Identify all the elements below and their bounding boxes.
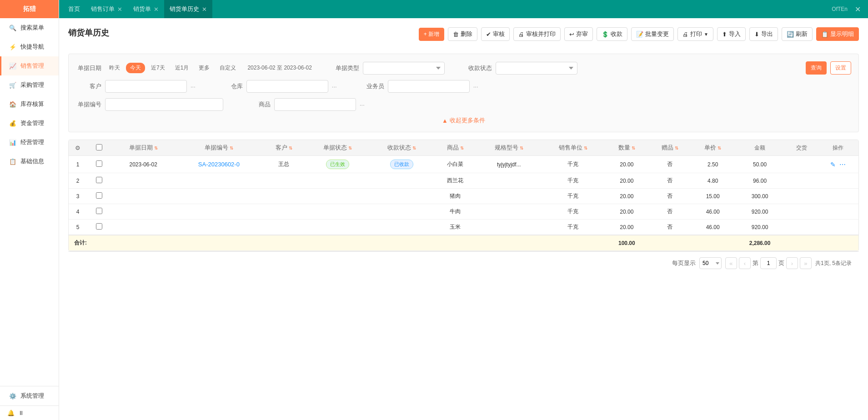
date-btn-1month[interactable]: 近1月 [171,63,193,73]
sidebar-label-finance: 资金管理 [20,119,44,127]
th-date[interactable]: 单据日期 ⇅ [111,140,176,156]
sidebar-item-operations[interactable]: 📊 经营管理 [0,133,59,152]
cell-check[interactable] [87,204,111,220]
customer-ellipsis[interactable]: ··· [191,83,196,90]
docnum-input[interactable] [105,98,223,111]
close-sales-order-icon[interactable]: ✕ [117,6,122,13]
sidebar-bottom-icon2[interactable]: ⏸ [18,410,24,416]
collect-status-select[interactable] [496,62,577,75]
cell-op[interactable] [818,220,858,235]
delete-button[interactable]: 🗑 删除 [448,27,477,41]
date-btn-custom[interactable]: 自定义 [216,63,240,73]
sidebar-item-purchase-mgmt[interactable]: 🛒 采购管理 [0,75,59,95]
th-doc-status[interactable]: 单据状态 ⇅ [306,140,370,156]
date-btn-today[interactable]: 今天 [126,63,145,73]
goods-ellipsis[interactable]: ··· [360,101,365,108]
top-nav-close-btn[interactable]: ✕ [851,5,864,14]
date-btn-more[interactable]: 更多 [195,63,214,73]
audit-button[interactable]: ✔ 审核 [481,27,510,41]
prev-page-btn[interactable]: ‹ [739,257,751,269]
th-docno[interactable]: 单据编号 ⇅ [176,140,262,156]
th-gift[interactable]: 赠品 ⇅ [648,140,692,156]
sidebar-item-sys-mgmt[interactable]: ⚙️ 系统管理 [0,386,59,405]
import-button[interactable]: ⬆ 导入 [717,27,746,41]
batch-change-button[interactable]: 📝 批量变更 [631,27,674,41]
close-sales-history-icon[interactable]: ✕ [202,6,207,13]
last-page-btn[interactable]: » [800,257,812,269]
filter-date-item: 单据日期 昨天 今天 近7天 近1月 更多 自定义 [76,63,240,73]
cell-op[interactable] [818,204,858,220]
cell-docno[interactable] [176,204,262,220]
th-customer[interactable]: 客户 ⇅ [262,140,306,156]
cell-op[interactable] [818,189,858,204]
cell-num: 5 [69,220,87,235]
agent-ellipsis[interactable]: ··· [473,83,478,90]
cell-docno[interactable] [176,220,262,235]
export-button[interactable]: ⬇ 导出 [749,27,778,41]
warehouse-input[interactable] [246,80,328,93]
sidebar-bottom-icon1[interactable]: 🔔 [7,410,15,416]
query-button[interactable]: 查询 [806,61,827,75]
next-page-btn[interactable]: › [786,257,798,269]
select-all-checkbox[interactable] [96,144,102,150]
new-button[interactable]: + 新增 [419,28,444,41]
cell-gift: 否 [648,173,692,189]
th-price[interactable]: 单价 ⇅ [691,140,734,156]
page-num-input[interactable] [760,257,777,269]
sidebar-item-quick-nav[interactable]: ⚡ 快捷导航 [0,37,59,56]
sidebar-item-search-menu[interactable]: 🔍 搜索菜单 [0,18,59,37]
first-page-btn[interactable]: « [725,257,737,269]
toolbar: + 新增 🗑 删除 ✔ 审核 🖨 审核并打印 ↩ 弃审 [419,27,859,41]
th-spec[interactable]: 规格型号 ⇅ [477,140,541,156]
cell-docno[interactable] [176,189,262,204]
th-collect-status[interactable]: 收款状态 ⇅ [370,140,434,156]
cell-check[interactable] [87,189,111,204]
sidebar-item-sales-mgmt[interactable]: 📈 销售管理 [0,56,59,75]
cell-gift: 否 [648,220,692,235]
show-detail-button[interactable]: 📋 显示明细 [816,27,859,41]
warehouse-ellipsis[interactable]: ··· [332,83,337,90]
nav-home[interactable]: 首页 [63,0,85,18]
settings-button[interactable]: 设置 [830,61,851,75]
doc-link[interactable]: SA-20230602-0 [198,161,240,168]
cell-docno[interactable] [176,173,262,189]
cell-op[interactable]: ✎⋯ [818,156,858,173]
audit-print-button[interactable]: 🖨 审核并打印 [513,27,561,41]
print-button[interactable]: 🖨 打印 ▼ [677,27,713,41]
th-goods[interactable]: 商品 ⇅ [434,140,477,156]
doctype-select[interactable] [363,62,445,75]
cell-docno[interactable]: SA-20230602-0 [176,156,262,173]
cell-gift: 否 [648,189,692,204]
nav-sales-goods[interactable]: 销货单 ✕ [128,0,164,18]
date-btn-yesterday[interactable]: 昨天 [105,63,124,73]
nav-sales-history[interactable]: 销货单历史 ✕ [164,0,212,18]
table-row: 3猪肉千克20.00否15.00300.00 [69,189,858,204]
th-qty[interactable]: 数量 ⇅ [605,140,648,156]
date-btn-7days[interactable]: 近7天 [147,63,169,73]
sidebar-item-basic-info[interactable]: 📋 基础信息 [0,152,59,171]
close-sales-goods-icon[interactable]: ✕ [154,6,159,13]
abandon-button[interactable]: ↩ 弃审 [564,27,593,41]
th-settings[interactable]: ⚙ [69,140,87,156]
table-body: 12023-06-02SA-20230602-0王总已生效已收款小白菜tyjyj… [69,156,858,235]
cell-check[interactable] [87,156,111,173]
nav-sales-order[interactable]: 销售订单 ✕ [85,0,128,18]
collapse-button[interactable]: ▲ 收起更多条件 [76,116,851,125]
per-page-select[interactable]: 50 100 200 [699,257,722,269]
collect-button[interactable]: 💲 收款 [597,27,627,41]
refresh-button[interactable]: 🔄 刷新 [782,27,813,41]
sidebar-item-finance[interactable]: 💰 资金管理 [0,114,59,133]
filter-row-2: 客户 ··· 仓库 ··· 业务员 ··· [76,80,851,93]
cell-check[interactable] [87,173,111,189]
goods-input[interactable] [274,98,356,111]
th-unit[interactable]: 销售单位 ⇅ [541,140,605,156]
table-settings-icon[interactable]: ⚙ [75,145,80,151]
agent-input[interactable] [388,80,470,93]
more-icon[interactable]: ⋯ [839,161,846,168]
cell-unit: 千克 [541,189,605,204]
cell-check[interactable] [87,220,111,235]
cell-op[interactable] [818,173,858,189]
sidebar-item-inventory[interactable]: 🏠 库存核算 [0,95,59,114]
customer-input[interactable] [105,80,187,93]
edit-icon[interactable]: ✎ [830,161,836,168]
